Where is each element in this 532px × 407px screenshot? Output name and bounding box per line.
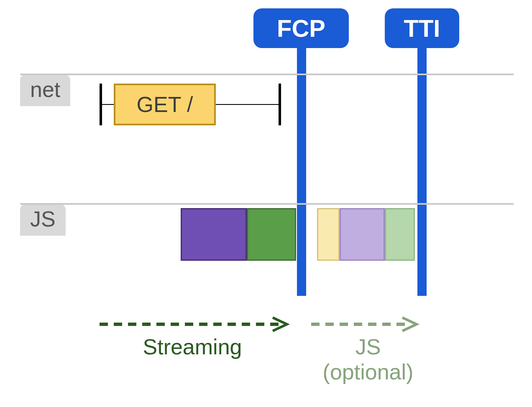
js-block-purple-faded	[340, 208, 385, 261]
tti-marker-line	[417, 46, 427, 296]
js-row-rule	[20, 203, 514, 205]
js-optional-arrow-label-2: (optional)	[309, 359, 427, 384]
rendering-timeline-diagram: FCP TTI net GET / JS Streaming JS (optio…	[0, 0, 532, 407]
fcp-marker-label: FCP	[253, 8, 349, 48]
net-row-rule	[20, 74, 514, 75]
streaming-arrow-label: Streaming	[117, 334, 268, 359]
net-row-label: net	[20, 74, 70, 106]
js-block-yellow-faded	[317, 208, 340, 261]
js-block-purple	[181, 208, 247, 261]
js-optional-arrow-icon	[311, 318, 420, 334]
net-get-box: GET /	[114, 84, 216, 125]
js-block-green-faded	[385, 208, 415, 261]
net-whisker-end-cap	[279, 84, 281, 125]
js-block-green	[247, 208, 296, 261]
fcp-marker-line	[297, 46, 306, 296]
tti-marker-label: TTI	[385, 8, 459, 48]
js-optional-arrow-label-1: JS	[318, 334, 418, 359]
streaming-arrow-icon	[100, 318, 292, 334]
js-row-label: JS	[20, 204, 66, 236]
